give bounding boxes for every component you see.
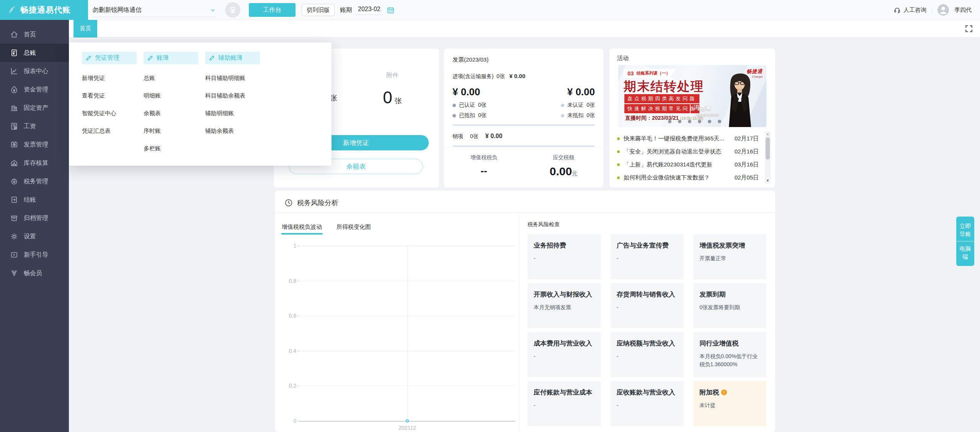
company-selector[interactable]: 勿删新锐网络通信 xyxy=(93,3,216,17)
flyout-group-title: 凭证管理 xyxy=(82,52,137,64)
carousel-dot[interactable] xyxy=(708,120,711,123)
risk-check-card[interactable]: 业务招待费- xyxy=(528,234,601,279)
flyout-menu-item[interactable]: 查看凭证 xyxy=(82,92,137,99)
carousel-dot[interactable] xyxy=(698,120,701,123)
inventory-icon xyxy=(10,159,18,167)
sidebar-item-5[interactable]: 固定资产 xyxy=(0,99,69,117)
sidebar-item-label: 报表中心 xyxy=(24,67,48,75)
carousel-dot[interactable] xyxy=(718,120,721,123)
calculator-button[interactable] xyxy=(225,2,240,18)
divider xyxy=(275,213,775,213)
flyout-menu-item[interactable]: 凭证汇总表 xyxy=(82,127,137,135)
sidebar-item-13[interactable]: 新手引导 xyxy=(0,246,69,264)
flyout-menu-item[interactable]: 辅助明细账 xyxy=(205,110,260,117)
carousel-dot[interactable] xyxy=(668,120,671,123)
x-tick-label: 202112 xyxy=(399,425,416,431)
carousel-dot[interactable] xyxy=(688,120,691,123)
invoice-stat: 已认证0张 xyxy=(452,102,487,109)
carousel-dots[interactable] xyxy=(668,120,721,123)
news-bullet xyxy=(617,150,620,153)
pen-icon xyxy=(147,54,154,62)
tax-payable-label: 应交税额 xyxy=(524,154,603,161)
risk-check-card[interactable]: 增值税发票突增开票量正常 xyxy=(693,234,766,279)
workbench-button[interactable]: 工作台 xyxy=(249,3,296,17)
news-item[interactable]: 「上新」易代账20230314迭代更新03月16日 xyxy=(617,158,759,171)
tab-home[interactable]: 首页 xyxy=(74,20,97,37)
scroll-down-icon[interactable]: ▼ xyxy=(765,178,771,183)
risk-chart-tab-2[interactable]: 所得税变化图 xyxy=(336,223,371,235)
attachment-value: 0张 xyxy=(366,88,419,107)
flyout-menu-item[interactable]: 科目辅助明细账 xyxy=(205,75,260,82)
sidebar-item-11[interactable]: 归档管理 xyxy=(0,209,69,227)
banner-ribbon: 03 结账系列课（一） xyxy=(624,69,676,78)
flyout-menu-item[interactable]: 新增凭证 xyxy=(82,75,137,82)
news-bullet xyxy=(617,137,620,140)
sidebar-item-10[interactable]: 结账 xyxy=(0,191,69,209)
sidebar-item-label: 税务管理 xyxy=(24,178,48,186)
news-item[interactable]: 快来薅羊毛！一键报税免费使用365天...02月17日 xyxy=(617,132,759,145)
y-tick-label: 0.6 xyxy=(282,313,296,319)
risk-check-card[interactable]: 开票收入与财报收入本月无销项发票 xyxy=(528,283,601,328)
risk-check-card[interactable]: 存货周转与销售收入- xyxy=(611,283,684,328)
risk-chart-tab-1[interactable]: 增值税税负波动 xyxy=(282,223,322,235)
risk-check-card[interactable]: 应付账款与营业成本- xyxy=(528,381,601,426)
risk-check-card[interactable]: 应收账款与营业收入- xyxy=(611,381,684,426)
risk-check-title: 税务风险检查 xyxy=(528,221,766,228)
sidebar-item-label: 畅会员 xyxy=(24,269,42,277)
sidebar-item-3[interactable]: 报表中心 xyxy=(0,62,69,80)
risk-check-card[interactable]: 同行业增值税本月税负0.00%低于行业税负1.360000% xyxy=(693,332,766,377)
flyout-menu-item[interactable]: 序时账 xyxy=(144,127,199,135)
switch-old-version-button[interactable]: 切到旧版 xyxy=(302,4,335,16)
flyout-menu-item[interactable]: 智能凭证中心 xyxy=(82,110,137,117)
sidebar-item-label: 新手引导 xyxy=(24,251,48,259)
sidebar-item-6[interactable]: 工资 xyxy=(0,117,69,135)
sidebar-item-14[interactable]: 畅会员 xyxy=(0,264,69,282)
flyout-menu-item[interactable]: 多栏账 xyxy=(144,145,199,152)
divider xyxy=(444,147,603,147)
sidebar-item-label: 设置 xyxy=(24,233,36,241)
scrollbar-thumb[interactable] xyxy=(766,137,770,160)
data-point[interactable] xyxy=(406,419,409,422)
activity-banner[interactable]: 03 结账系列课（一） 期末结转处理 盘点税期四类高发问题 快速解决税期常见问题… xyxy=(618,65,766,127)
sidebar-item-1[interactable]: 首页 xyxy=(0,25,69,44)
sidebar-item-4[interactable]: 资金管理 xyxy=(0,80,69,99)
news-scrollbar[interactable]: ▲ ▼ xyxy=(765,131,771,183)
bullet-dot xyxy=(452,114,456,117)
carousel-dot[interactable] xyxy=(678,120,681,123)
flyout-menu-item[interactable]: 科目辅助余额表 xyxy=(205,92,260,99)
fullscreen-icon[interactable] xyxy=(964,24,974,34)
flyout-menu-item[interactable]: 余额表 xyxy=(144,110,199,117)
risk-check-card[interactable]: 附加税!未计提 xyxy=(693,381,766,426)
risk-check-card[interactable]: 发票到期0张发票将要到期 xyxy=(693,283,766,328)
avatar[interactable] xyxy=(938,4,949,16)
news-item[interactable]: 如何利用企业微信快速下发数据？02月05日 xyxy=(617,171,759,184)
risk-check-card[interactable]: 成本费用与营业收入- xyxy=(528,332,601,377)
risk-check-card[interactable]: 应纳税额与营业收入- xyxy=(611,332,684,377)
sidebar-item-8[interactable]: 库存核算 xyxy=(0,154,69,172)
period-value[interactable]: 2023-02 xyxy=(356,5,383,15)
risk-check-card[interactable]: 广告与业务宣传费- xyxy=(611,234,684,279)
bullet-dot xyxy=(561,114,564,117)
flyout-menu-item[interactable]: 明细账 xyxy=(144,92,199,99)
current-user[interactable]: 李四代 xyxy=(954,7,972,14)
company-name: 勿删新锐网络通信 xyxy=(93,6,142,14)
news-item[interactable]: 「安全」关闭浏览器自动退出登录状态02月16日 xyxy=(617,145,759,158)
y-tick-label: 0.8 xyxy=(282,278,296,284)
sidebar-item-label: 归档管理 xyxy=(24,214,48,222)
sidebar-item-2[interactable]: 总账 xyxy=(0,44,69,62)
flyout-group-title: 辅助账薄 xyxy=(205,52,260,64)
sidebar-item-label: 固定资产 xyxy=(24,104,48,112)
calendar-icon[interactable] xyxy=(386,6,395,15)
flyout-menu-item[interactable]: 总账 xyxy=(144,75,199,82)
banner-brand-logo: 畅捷通 Chanjet xyxy=(746,68,763,78)
desktop-client-button[interactable]: 电脑端 xyxy=(956,241,974,264)
sidebar-item-12[interactable]: 设置 xyxy=(0,227,69,246)
import-now-button[interactable]: 立即导账 xyxy=(956,219,974,241)
bullet-dot xyxy=(561,104,564,107)
sidebar-item-7[interactable]: 发票管理 xyxy=(0,135,69,154)
scroll-up-icon[interactable]: ▲ xyxy=(765,131,771,137)
sidebar-item-9[interactable]: 税务管理 xyxy=(0,172,69,191)
tax-risk-title: 税务风险分析 xyxy=(297,198,338,207)
support-button[interactable]: 人工咨询 xyxy=(893,7,926,14)
flyout-menu-item[interactable]: 辅助余额表 xyxy=(205,127,260,135)
